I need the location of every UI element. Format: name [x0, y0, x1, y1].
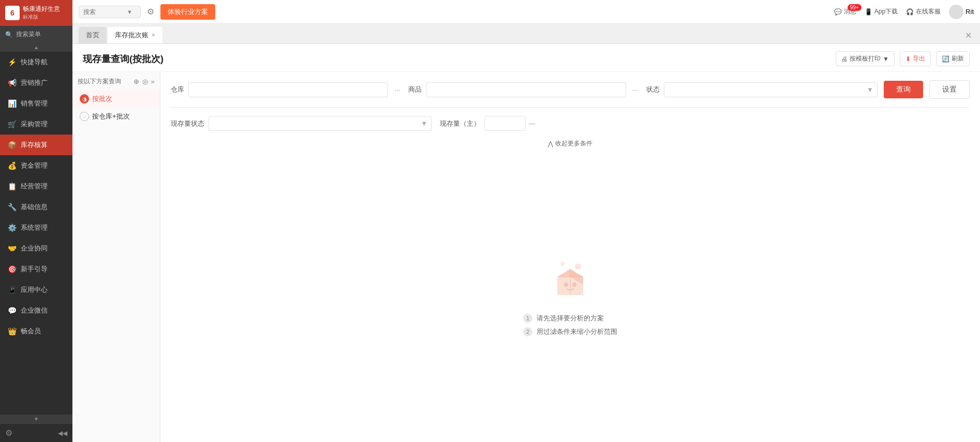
sidebar-item-purchase[interactable]: 🛒 采购管理: [0, 114, 72, 135]
nav-icon-guide: 🎯: [7, 265, 17, 273]
stock-status-select-wrapper: 全部 ▼: [209, 116, 432, 131]
sidebar-item-label: 库存核算: [21, 140, 65, 150]
refresh-button[interactable]: 🔄 刷新: [936, 51, 970, 66]
warehouse-more-button[interactable]: ···: [392, 86, 402, 94]
nav-icon-quicknav: ⚡: [7, 58, 17, 66]
topbar-search-input[interactable]: [83, 8, 125, 16]
warehouse-input[interactable]: [188, 82, 388, 97]
filter-warehouse-group: 仓库 ···: [171, 82, 402, 97]
user-name: Rit: [966, 8, 974, 16]
tip-num-2: 2: [523, 327, 532, 336]
product-input[interactable]: [426, 82, 626, 97]
nav-icon-management: 📋: [7, 182, 17, 190]
plan-label: 按批次: [92, 94, 112, 104]
plan-settings-icon[interactable]: ◎: [142, 78, 148, 85]
status-select[interactable]: 全部: [664, 82, 878, 97]
messages-button[interactable]: 💬 消息 99+: [834, 7, 856, 16]
topbar-chevron-icon[interactable]: ▼: [127, 9, 132, 15]
qty-dash: —: [529, 120, 536, 127]
plan-label: 按仓库+批次: [92, 112, 130, 121]
sidebar-item-system[interactable]: ⚙️ 系统管理: [0, 217, 72, 238]
app-download-button[interactable]: 📱 App下载: [865, 7, 898, 16]
collapse-sidebar-icon[interactable]: ◀◀: [58, 430, 67, 437]
tab-batch-account[interactable]: 库存批次账 ×: [108, 27, 162, 43]
experience-button[interactable]: 体验行业方案: [160, 4, 215, 20]
left-panel-title: 按以下方案查询: [78, 77, 121, 86]
product-more-button[interactable]: ···: [630, 86, 640, 94]
refresh-label: 刷新: [952, 54, 964, 63]
nav-icon-appstore: 📱: [7, 286, 17, 294]
sidebar-item-finance[interactable]: 💰 资金管理: [0, 155, 72, 176]
left-panel-actions: ⊕ ◎ »: [133, 78, 155, 85]
sidebar-item-basic[interactable]: 🔧 基础信息: [0, 197, 72, 217]
plan-icon-active: ◑: [80, 94, 89, 104]
empty-illustration: [544, 254, 596, 305]
collapse-up-icon: ⋀: [548, 140, 553, 148]
sidebar-item-label: 企业协同: [21, 244, 65, 253]
sidebar-bottom: ⚙ ◀◀: [0, 423, 72, 442]
filter-row-2: 现存量状态 全部 ▼ 现存量（主） —: [171, 116, 970, 131]
tab-close-icon[interactable]: ×: [152, 32, 155, 38]
settings-icon[interactable]: ⚙: [5, 428, 12, 438]
export-icon: ⬇: [905, 55, 911, 63]
empty-state: 1 请先选择要分析的方案 2 用过滤条件来缩小分析范围: [171, 156, 970, 434]
left-panel-header: 按以下方案查询 ⊕ ◎ »: [72, 77, 160, 90]
app-name: 畅康通好生意: [23, 5, 60, 13]
plan-item-batch[interactable]: ◑ 按批次: [72, 90, 160, 108]
panel-close-icon[interactable]: ✕: [965, 31, 972, 40]
right-panel: 仓库 ··· 商品 ··· 状态 全部: [160, 72, 980, 442]
collapse-left-icon[interactable]: »: [151, 78, 155, 85]
plan-item-warehouse-batch[interactable]: ○ 按仓库+批次: [72, 108, 160, 125]
sidebar-item-appstore[interactable]: 📱 应用中心: [0, 279, 72, 300]
sidebar-item-inventory[interactable]: 📦 库存核算: [0, 135, 72, 155]
tab-home[interactable]: 首页: [79, 27, 107, 43]
topbar: ▼ ⚙ 体验行业方案 💬 消息 99+ 📱 App下载 🎧 在线客服 Rit: [72, 0, 980, 24]
page-actions: 🖨 按模板打印 ▼ ⬇ 导出 🔄 刷新: [836, 51, 970, 66]
qty-group: 现存量（主） —: [440, 116, 701, 131]
content-area: 现存量查询(按批次) 🖨 按模板打印 ▼ ⬇ 导出 🔄 刷新: [72, 44, 980, 442]
sidebar-item-management[interactable]: 📋 经营管理: [0, 176, 72, 197]
stock-status-select[interactable]: 全部: [209, 116, 432, 131]
sidebar-item-wechat[interactable]: 💬 企业微信: [0, 300, 72, 321]
qty-label: 现存量（主）: [440, 119, 480, 128]
sidebar-item-collab[interactable]: 🤝 企业协同: [0, 238, 72, 259]
collapse-more-button[interactable]: ⋀ 收起更多条件: [171, 137, 970, 150]
sidebar-item-sales[interactable]: 📊 销售管理: [0, 93, 72, 114]
sidebar-item-marketing[interactable]: 📢 营销推广: [0, 72, 72, 93]
collapse-more-label: 收起更多条件: [555, 139, 592, 148]
app-download-label: App下载: [874, 7, 898, 16]
topbar-gear-icon[interactable]: ⚙: [145, 5, 156, 19]
settings-button[interactable]: 设置: [929, 80, 970, 99]
qty-range: —: [484, 116, 701, 131]
sidebar-search[interactable]: 🔍 搜索菜单: [0, 26, 72, 43]
sidebar-item-quicknav[interactable]: ⚡ 快捷导航: [0, 52, 72, 72]
topbar-search-group[interactable]: ▼: [79, 6, 141, 18]
user-menu[interactable]: Rit: [949, 5, 974, 19]
sidebar-item-label: 系统管理: [21, 223, 65, 232]
refresh-icon: 🔄: [942, 55, 949, 63]
sidebar-scroll-down[interactable]: ▼: [0, 415, 72, 423]
service-icon: 🎧: [906, 8, 914, 16]
template-print-button[interactable]: 🖨 按模板打印 ▼: [836, 51, 895, 66]
print-chevron-icon[interactable]: ▼: [883, 55, 889, 63]
nav-icon-basic: 🔧: [7, 203, 17, 211]
nav-icon-member: 👑: [7, 327, 17, 335]
sidebar-item-label: 企业微信: [21, 306, 65, 315]
online-service-button[interactable]: 🎧 在线客服: [906, 7, 941, 16]
search-icon: 🔍: [5, 31, 13, 38]
avatar: [949, 5, 963, 19]
export-button[interactable]: ⬇ 导出: [900, 51, 931, 66]
svg-point-6: [572, 283, 576, 287]
add-plan-icon[interactable]: ⊕: [133, 78, 139, 85]
svg-point-7: [575, 263, 581, 270]
sidebar-item-label: 畅会员: [21, 327, 65, 336]
tab-batch-account-label: 库存批次账: [115, 31, 149, 40]
query-button[interactable]: 查询: [884, 81, 923, 98]
sidebar-item-member[interactable]: 👑 畅会员: [0, 321, 72, 342]
empty-tips: 1 请先选择要分析的方案 2 用过滤条件来缩小分析范围: [523, 314, 617, 336]
sidebar-item-label: 新手引导: [21, 264, 65, 274]
qty-min-input[interactable]: [484, 116, 526, 131]
sidebar-item-guide[interactable]: 🎯 新手引导: [0, 259, 72, 279]
sidebar-scroll-up[interactable]: ▲: [0, 43, 72, 52]
main-layout: 按以下方案查询 ⊕ ◎ » ◑ 按批次 ○: [72, 72, 980, 442]
